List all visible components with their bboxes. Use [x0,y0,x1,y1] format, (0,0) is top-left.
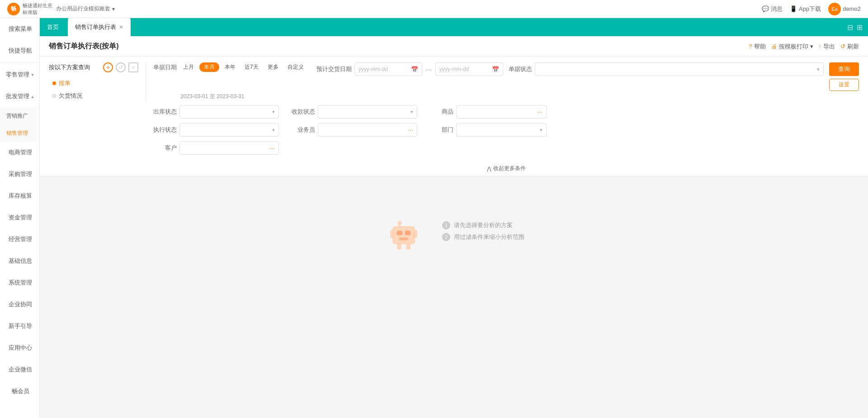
filter-left-panel: 按以下方案查询 + ↺ « 按单 [49,62,146,102]
sidebar-sub-item-marketing[interactable]: 营销推广 [0,107,39,124]
tab-bar-right: ⊟ ⊞ [847,23,868,32]
department-chevron-icon: ▾ [540,127,542,133]
collect-status-chevron-icon: ▾ [410,109,413,115]
sidebar-item-funds[interactable]: 资金管理 [0,207,39,228]
scheme-item-by-order[interactable]: 按单 [49,77,138,90]
date-btn-current-year[interactable]: 本年 [221,62,239,72]
filter-rows-area: 单据日期 上月 本月 本年 近7天 更多 自定义 [153,62,859,176]
sidebar-item-basic-info[interactable]: 基础信息 [0,250,39,272]
chevron-down-icon: ▾ [112,6,115,12]
sidebar-item-app-center[interactable]: 应用中心 [0,337,39,359]
sidebar-item-wechat-enterprise[interactable]: 企业微信 [0,359,39,380]
export-button[interactable]: ↑ 导出 [819,43,835,51]
sidebar-item-inventory[interactable]: 库存核算 [0,185,39,207]
tab-sales-order-exec[interactable]: 销售订单执行表 ✕ [68,18,131,36]
sidebar-item-system[interactable]: 系统管理 [0,272,39,294]
sidebar-sub-item-sales-mgmt[interactable]: 销售管理 [0,124,39,142]
logo-text: 畅捷通好生意 标准版 [23,2,52,15]
message-button[interactable]: 💬 消息 [762,5,783,13]
svg-rect-4 [390,230,394,238]
sidebar-item-purchase[interactable]: 采购管理 [0,163,39,185]
collapse-left-button[interactable]: « [128,62,138,72]
settings-button[interactable]: 设置 [829,79,859,91]
sidebar: 搜索菜单 快捷导航 零售管理 ▼ 批发管理 ▲ 营销推广 销售管理 电商管理 采… [0,18,40,418]
help-button[interactable]: ? 帮助 [749,43,765,51]
customer-select[interactable]: ··· [179,141,279,155]
exec-status-label: 执行状态 [153,126,177,134]
calendar-icon: 📅 [411,66,418,73]
empty-state-content: 1 请先选择要分析的方案 2 用过滤条件来缩小分析范围 [383,213,524,253]
expected-date-end-input[interactable]: yyyy-mm-dd 📅 [435,62,503,76]
sidebar-item-membership[interactable]: 畅会员 [0,380,39,402]
message-icon: 💬 [762,5,769,12]
refresh-scheme-button[interactable]: ↺ [116,62,126,72]
date-btn-last-month[interactable]: 上月 [179,62,198,72]
scheme-item-owe-goods[interactable]: 欠货情况 [49,90,138,102]
goods-select[interactable]: ··· [456,105,547,119]
sidebar-item-quick-nav[interactable]: 快捷导航 [0,40,39,62]
salesperson-dots-icon[interactable]: ··· [408,126,413,133]
sidebar-item-beginner-guide[interactable]: 新手引导 [0,315,39,337]
sidebar-item-wholesale-mgmt[interactable]: 批发管理 ▲ [0,86,39,107]
marketing-label: 营销推广 [6,112,28,120]
exec-status-select[interactable]: ▾ [179,123,279,137]
goods-label: 商品 [430,108,453,116]
left-sub-items: 按单 欠货情况 [49,77,138,102]
add-scheme-button[interactable]: + [103,62,113,72]
salesperson-select[interactable]: ··· [318,123,417,137]
date-range-text: 2023-03-01 至 2023-03-31 [180,93,244,100]
customer-dots-icon[interactable]: ··· [269,144,275,152]
refresh-icon: ↺ [840,43,845,50]
collect-status-select[interactable]: ▾ [318,105,417,119]
collapse-button[interactable]: ⋀ 收起更多条件 [487,165,526,172]
date-options: 上月 本月 本年 近7天 更多 自定义 [179,62,307,72]
sidebar-item-retail-mgmt[interactable]: 零售管理 ▼ [0,64,39,86]
filter-left-title: 按以下方案查询 [49,63,90,71]
user-area[interactable]: Ea demo2 [828,3,861,15]
avatar: Ea [828,3,841,15]
svg-rect-7 [406,243,410,250]
quick-nav-label: 快捷导航 [9,47,32,55]
top-bar-left: 畅 畅捷通好生意 标准版 办公用品行业模拟账套 ▾ [7,2,115,15]
date-btn-custom[interactable]: 自定义 [284,62,307,72]
filter-right-panel: 单据日期 上月 本月 本年 近7天 更多 自定义 [146,62,859,176]
department-label: 部门 [430,126,453,134]
logo-area: 畅 畅捷通好生意 标准版 [7,2,52,15]
filter-doc-status: 单据状态 ▾ [509,62,824,76]
refresh-button[interactable]: ↺ 刷新 [840,43,859,51]
app-download-button[interactable]: 📱 App下载 [790,5,821,13]
breadcrumb[interactable]: 办公用品行业模拟账套 ▾ [56,5,115,13]
goods-dots-icon[interactable]: ··· [537,108,542,115]
expected-date-start-input[interactable]: yyyy-mm-dd 📅 [354,62,422,76]
out-status-select[interactable]: ▾ [179,105,279,119]
filter-exec-status: 执行状态 ▾ [153,123,279,137]
date-btn-current-month[interactable]: 本月 [199,62,219,72]
page-header: 销售订单执行表(按单) ? 帮助 🖨 按模板打印 ▾ ↑ 导出 [40,36,868,57]
scheme-by-order-label: 按单 [59,79,71,87]
filter-goods: 商品 ··· [430,105,547,119]
empty-step-2: 2 用过滤条件来缩小分析范围 [442,233,524,241]
tab-close-icon[interactable]: ✕ [119,24,123,30]
print-button[interactable]: 🖨 按模板打印 ▾ [771,43,813,51]
sidebar-item-search-menu[interactable]: 搜索菜单 [0,18,39,40]
out-status-chevron-icon: ▾ [272,109,275,115]
tab-home[interactable]: 首页 [40,18,66,36]
department-select[interactable]: ▾ [456,123,547,137]
sidebar-item-ecommerce[interactable]: 电商管理 [0,142,39,163]
expected-date-label: 预计交货日期 [316,65,352,73]
tab-minimize-icon[interactable]: ⊟ [847,23,853,32]
doc-status-select[interactable]: ▾ [535,62,824,76]
sidebar-sub-wholesale: 营销推广 销售管理 [0,107,39,142]
svg-rect-9 [398,223,401,227]
empty-state: 1 请先选择要分析的方案 2 用过滤条件来缩小分析范围 [40,176,868,290]
sidebar-item-operations[interactable]: 经营管理 [0,228,39,250]
query-button[interactable]: 查询 [829,62,859,76]
out-status-label: 出库状态 [153,108,177,116]
sidebar-item-enterprise-collab[interactable]: 企业协同 [0,294,39,315]
date-btn-7days[interactable]: 近7天 [241,62,262,72]
print-icon: 🖨 [771,43,777,50]
date-btn-more[interactable]: 更多 [264,62,282,72]
tab-expand-icon[interactable]: ⊞ [857,23,863,32]
salesperson-label: 业务员 [292,126,315,134]
logo-icon: 畅 [7,3,20,15]
